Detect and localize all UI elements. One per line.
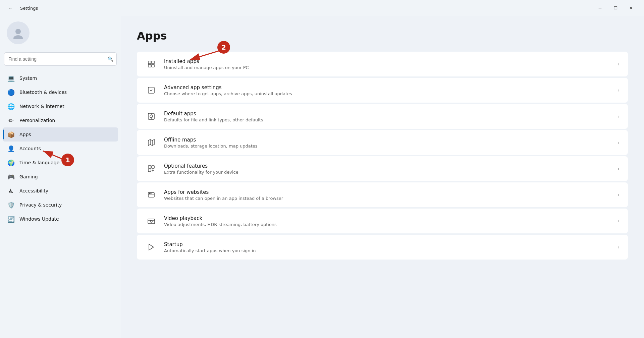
settings-item-installed-apps[interactable]: Installed apps Uninstall and manage apps… bbox=[137, 52, 628, 76]
svg-point-13 bbox=[149, 193, 150, 194]
settings-item-apps-for-websites[interactable]: Apps for websites Websites that can open… bbox=[137, 182, 628, 207]
accessibility-icon: ♿ bbox=[7, 187, 15, 194]
advanced-app-settings-desc: Choose where to get apps, archive apps, … bbox=[164, 91, 611, 96]
personalization-icon: ✏️ bbox=[7, 117, 15, 124]
svg-point-1 bbox=[13, 35, 23, 39]
installed-apps-icon bbox=[145, 58, 157, 70]
accounts-icon: 👤 bbox=[7, 145, 15, 152]
sidebar-item-label-system: System bbox=[19, 75, 37, 81]
sidebar-item-update[interactable]: 🔄Windows Update bbox=[3, 212, 118, 226]
installed-apps-desc: Uninstall and manage apps on your PC bbox=[164, 65, 611, 70]
user-avatar-section bbox=[3, 16, 118, 52]
sidebar-item-label-personalization: Personalization bbox=[19, 118, 55, 123]
advanced-app-settings-icon bbox=[145, 84, 157, 96]
bluetooth-icon: 🔵 bbox=[7, 89, 15, 96]
system-icon: 💻 bbox=[7, 74, 15, 82]
sidebar-item-apps[interactable]: 📦Apps bbox=[3, 127, 118, 142]
offline-maps-text: Offline maps Downloads, storage location… bbox=[164, 137, 611, 149]
update-icon: 🔄 bbox=[7, 215, 15, 223]
default-apps-desc: Defaults for file and link types, other … bbox=[164, 117, 611, 122]
apps-for-websites-icon bbox=[145, 189, 157, 201]
sidebar-item-label-privacy: Privacy & security bbox=[19, 202, 62, 208]
offline-maps-desc: Downloads, storage location, map updates bbox=[164, 144, 611, 149]
sidebar-item-accessibility[interactable]: ♿Accessibility bbox=[3, 184, 118, 198]
privacy-icon: 🛡️ bbox=[7, 201, 15, 209]
time-icon: 🌍 bbox=[7, 159, 15, 166]
window-controls: ─ ❐ ✕ bbox=[592, 3, 639, 13]
startup-icon bbox=[145, 241, 157, 253]
page-title: Apps bbox=[137, 30, 628, 42]
apps-for-websites-chevron: › bbox=[618, 192, 620, 198]
sidebar-item-label-time: Time & language bbox=[19, 160, 59, 165]
optional-features-chevron: › bbox=[618, 166, 620, 171]
startup-chevron: › bbox=[618, 244, 620, 250]
search-input[interactable] bbox=[4, 52, 117, 66]
sidebar-item-privacy[interactable]: 🛡️Privacy & security bbox=[3, 198, 118, 212]
settings-item-optional-features[interactable]: Optional features Extra functionality fo… bbox=[137, 156, 628, 181]
sidebar-item-label-accessibility: Accessibility bbox=[19, 188, 48, 193]
sidebar: 🔍 💻System🔵Bluetooth & devices🌐Network & … bbox=[0, 16, 121, 338]
settings-item-advanced-app-settings[interactable]: Advanced app settings Choose where to ge… bbox=[137, 78, 628, 103]
sidebar-item-gaming[interactable]: 🎮Gaming bbox=[3, 170, 118, 184]
svg-rect-10 bbox=[152, 166, 154, 168]
offline-maps-title: Offline maps bbox=[164, 137, 611, 143]
svg-rect-5 bbox=[152, 64, 154, 67]
optional-features-text: Optional features Extra functionality fo… bbox=[164, 163, 611, 175]
sidebar-item-label-update: Windows Update bbox=[19, 216, 59, 222]
svg-point-14 bbox=[151, 193, 151, 194]
sidebar-item-bluetooth[interactable]: 🔵Bluetooth & devices bbox=[3, 85, 118, 99]
offline-maps-chevron: › bbox=[618, 140, 620, 145]
sidebar-item-label-apps: Apps bbox=[19, 132, 31, 137]
settings-item-offline-maps[interactable]: Offline maps Downloads, storage location… bbox=[137, 130, 628, 155]
sidebar-item-system[interactable]: 💻System bbox=[3, 71, 118, 85]
sidebar-item-label-network: Network & internet bbox=[19, 104, 64, 109]
svg-rect-4 bbox=[148, 64, 151, 67]
default-apps-title: Default apps bbox=[164, 111, 611, 117]
apps-for-websites-desc: Websites that can open in an app instead… bbox=[164, 196, 611, 201]
settings-item-video-playback[interactable]: Video playback Video adjustments, HDR st… bbox=[137, 209, 628, 233]
installed-apps-text: Installed apps Uninstall and manage apps… bbox=[164, 58, 611, 70]
gaming-icon: 🎮 bbox=[7, 173, 15, 180]
installed-apps-chevron: › bbox=[618, 61, 620, 67]
search-icon: 🔍 bbox=[108, 56, 113, 62]
maximize-button[interactable]: ❐ bbox=[608, 3, 623, 13]
apps-for-websites-title: Apps for websites bbox=[164, 189, 611, 195]
app-title: Settings bbox=[20, 6, 38, 11]
video-playback-text: Video playback Video adjustments, HDR st… bbox=[164, 215, 611, 227]
svg-point-0 bbox=[15, 29, 21, 34]
network-icon: 🌐 bbox=[7, 103, 15, 110]
advanced-app-settings-chevron: › bbox=[618, 88, 620, 93]
settings-item-default-apps[interactable]: Default apps Defaults for file and link … bbox=[137, 104, 628, 129]
svg-rect-9 bbox=[148, 166, 151, 168]
video-playback-icon bbox=[145, 215, 157, 227]
svg-rect-3 bbox=[152, 61, 154, 64]
svg-rect-2 bbox=[148, 61, 151, 64]
apps-icon: 📦 bbox=[7, 131, 15, 138]
sidebar-item-network[interactable]: 🌐Network & internet bbox=[3, 99, 118, 113]
search-box[interactable]: 🔍 bbox=[4, 52, 117, 66]
video-playback-title: Video playback bbox=[164, 215, 611, 221]
svg-rect-11 bbox=[148, 169, 151, 172]
startup-desc: Automatically start apps when you sign i… bbox=[164, 248, 611, 253]
settings-list: Installed apps Uninstall and manage apps… bbox=[137, 52, 628, 260]
sidebar-item-accounts[interactable]: 👤Accounts bbox=[3, 142, 118, 156]
svg-point-8 bbox=[150, 115, 153, 118]
video-playback-desc: Video adjustments, HDR streaming, batter… bbox=[164, 222, 611, 227]
sidebar-item-time[interactable]: 🌍Time & language bbox=[3, 156, 118, 170]
startup-text: Startup Automatically start apps when yo… bbox=[164, 241, 611, 253]
title-bar: ← Settings ─ ❐ ✕ bbox=[0, 0, 644, 16]
optional-features-icon bbox=[145, 163, 157, 175]
svg-rect-15 bbox=[148, 219, 155, 224]
sidebar-item-personalization[interactable]: ✏️Personalization bbox=[3, 113, 118, 127]
minimize-button[interactable]: ─ bbox=[592, 3, 608, 13]
default-apps-icon bbox=[145, 110, 157, 122]
close-button[interactable]: ✕ bbox=[623, 3, 639, 13]
advanced-app-settings-title: Advanced app settings bbox=[164, 84, 611, 91]
sidebar-item-label-bluetooth: Bluetooth & devices bbox=[19, 90, 67, 95]
avatar bbox=[7, 21, 30, 44]
startup-title: Startup bbox=[164, 241, 611, 247]
installed-apps-title: Installed apps bbox=[164, 58, 611, 64]
advanced-app-settings-text: Advanced app settings Choose where to ge… bbox=[164, 84, 611, 96]
back-button[interactable]: ← bbox=[5, 3, 16, 13]
settings-item-startup[interactable]: Startup Automatically start apps when yo… bbox=[137, 235, 628, 260]
